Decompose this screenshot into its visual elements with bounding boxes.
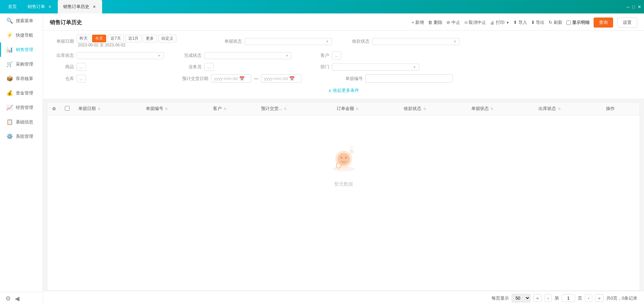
select-all-checkbox[interactable] <box>65 106 70 111</box>
date-btn-1month[interactable]: 近1月 <box>125 35 142 42</box>
complete-status-control[interactable]: ▼ <box>204 52 292 59</box>
display-detail-input[interactable] <box>566 21 571 25</box>
collapse-row[interactable]: ∧ 收起更多条件 <box>50 86 637 95</box>
tab-sales-order[interactable]: 销售订单 ✕ <box>22 0 58 13</box>
window-maximize[interactable]: □ <box>632 4 635 9</box>
order-no-control[interactable] <box>366 74 453 83</box>
sidebar-item-quick-nav[interactable]: ⚡ 快捷导航 <box>0 28 43 42</box>
col-date[interactable]: 单据日期 ⇅ <box>74 102 142 115</box>
tab-sales-order-history-close[interactable]: ✕ <box>91 4 97 9</box>
table-gear-icon[interactable]: ⚙ <box>52 106 56 111</box>
warehouse-control: ... <box>77 75 164 83</box>
col-customer[interactable]: 客户 ⇅ <box>209 102 257 115</box>
date-btn-more[interactable]: 更多 <box>143 35 157 42</box>
date-quick-buttons: 昨天 今天 近7天 近1月 更多 自定义 <box>77 35 176 42</box>
sidebar-item-operation-mgmt[interactable]: 📈 经营管理 <box>0 100 43 115</box>
new-button[interactable]: + 新增 <box>412 20 424 26</box>
import-button[interactable]: ⬆ 导入 <box>513 20 527 26</box>
cancel-stop-button[interactable]: ⊙ 取消中止 <box>464 20 486 26</box>
order-status-select[interactable]: ▼ <box>245 38 332 45</box>
filter-row-4: 仓库 ... 预计交货日期 yyyy-mm-dd 📅 — yyyy-mm-dd … <box>50 74 637 83</box>
date-btn-today[interactable]: 今天 <box>92 35 106 42</box>
tab-sales-order-close[interactable]: ✕ <box>47 4 52 9</box>
next-page-btn[interactable]: › <box>585 294 592 302</box>
tab-sales-order-history[interactable]: 销售订单历史 ✕ <box>58 0 102 13</box>
collection-status-select[interactable]: ▼ <box>372 38 460 45</box>
prev-page-btn[interactable]: ‹ <box>545 294 552 302</box>
purchase-mgmt-icon: 🛒 <box>6 61 13 67</box>
query-button[interactable]: 查询 <box>594 17 613 28</box>
sort-expected-icon: ⇅ <box>284 107 287 111</box>
stop-button[interactable]: ⊘ 中止 <box>446 20 460 26</box>
footer-pagination: 每页显示 50 10 20 100 « ‹ 第 页 › » 共0页，0条记录 <box>43 291 644 305</box>
delete-button[interactable]: 🗑 删除 <box>428 20 442 26</box>
collection-status-control[interactable]: ▼ <box>372 38 460 45</box>
per-page-label: 每页显示 <box>491 295 509 301</box>
customer-select-btn[interactable]: ... <box>332 51 341 60</box>
product-select-btn[interactable]: ... <box>77 63 86 71</box>
table-area: ⚙ 单据日期 ⇅ 单据编号 ⇅ <box>47 102 640 291</box>
sidebar-item-sales-mgmt[interactable]: 📊 销售管理 <box>0 42 43 57</box>
out-status-label: 出库状态 <box>50 52 77 59</box>
sidebar-item-purchase-mgmt[interactable]: 🛒 采购管理 <box>0 57 43 71</box>
salesperson-select-btn[interactable]: ... <box>204 63 214 71</box>
warehouse-select-btn[interactable]: ... <box>77 75 86 83</box>
sidebar-item-sys-mgmt[interactable]: ⚙️ 系统管理 <box>0 129 43 144</box>
date-filter-control: 昨天 今天 近7天 近1月 更多 自定义 2023-06-02 至 2023-0… <box>77 35 204 48</box>
col-collection-status[interactable]: 收款状态 ⇅ <box>400 102 467 115</box>
refresh-button[interactable]: ↻ 刷新 <box>549 20 562 26</box>
complete-status-arrow-icon: ▼ <box>285 54 289 58</box>
first-page-btn[interactable]: « <box>533 294 542 302</box>
complete-status-label: 完成状态 <box>177 52 204 59</box>
out-status-select[interactable]: ▼ <box>77 52 164 59</box>
table-settings-col: ⚙ <box>47 102 61 115</box>
col-out-status[interactable]: 出库状态 ⇅ <box>534 102 602 115</box>
per-page-select[interactable]: 50 10 20 100 <box>512 294 530 302</box>
print-icon: 🖨 <box>490 20 495 25</box>
window-controls: ─ □ ✕ <box>627 4 641 9</box>
department-select[interactable]: ▼ <box>332 64 419 71</box>
expected-date-end[interactable]: yyyy-mm-dd 📅 <box>261 74 301 83</box>
out-status-control[interactable]: ▼ <box>77 52 164 59</box>
complete-status-select[interactable]: ▼ <box>204 52 292 59</box>
content-area: 销售订单历史 + 新增 🗑 删除 ⊘ 中止 ⊙ 取消中止 🖨 打印 ▼ ⬆ 导入… <box>43 13 644 305</box>
page-input[interactable] <box>562 294 575 302</box>
col-expected-date[interactable]: 预计交货... ⇅ <box>257 102 333 115</box>
print-button[interactable]: 🖨 打印 ▼ <box>490 20 509 26</box>
col-order-status[interactable]: 单据状态 ⇅ <box>467 102 535 115</box>
filter-row-3: 商品 ... 业务员 ... 部门 ▼ <box>50 63 637 71</box>
customer-control: ... <box>332 51 419 60</box>
window-close[interactable]: ✕ <box>638 4 641 9</box>
sort-out-status-icon: ⇅ <box>558 107 561 111</box>
empty-text: 暂无数据 <box>334 181 353 187</box>
last-page-btn[interactable]: » <box>595 294 603 302</box>
expected-date-start[interactable]: yyyy-mm-dd 📅 <box>211 74 251 83</box>
department-control[interactable]: ▼ <box>332 64 419 71</box>
toolbar: + 新增 🗑 删除 ⊘ 中止 ⊙ 取消中止 🖨 打印 ▼ ⬆ 导入 ⬇ 导出 ↻… <box>412 17 637 28</box>
window-minimize[interactable]: ─ <box>627 4 630 9</box>
sidebar-item-inventory-check[interactable]: 📦 库存核算 <box>0 71 43 86</box>
date-btn-7days[interactable]: 近7天 <box>108 35 124 42</box>
collection-status-arrow-icon: ▼ <box>453 40 457 43</box>
setting-button[interactable]: 设置 <box>617 17 637 28</box>
page-title: 销售订单历史 <box>50 19 82 26</box>
filter-row-2: 出库状态 ▼ 完成状态 ▼ 客户 ... <box>50 51 637 60</box>
sidebar-settings-icon[interactable]: ⚙ <box>5 295 11 302</box>
sidebar-item-basic-info[interactable]: 📋 基础信息 <box>0 115 43 129</box>
tab-home[interactable]: 首页 <box>3 0 22 13</box>
calendar-end-icon: 📅 <box>289 76 295 81</box>
order-no-input[interactable] <box>366 74 453 83</box>
col-operation: 操作 <box>602 102 640 115</box>
order-status-control[interactable]: ▼ <box>245 38 332 45</box>
date-btn-yesterday[interactable]: 昨天 <box>77 35 91 42</box>
date-btn-custom[interactable]: 自定义 <box>158 35 176 42</box>
sidebar-item-capital-mgmt[interactable]: 💰 资金管理 <box>0 86 43 100</box>
col-no[interactable]: 单据编号 ⇅ <box>142 102 209 115</box>
display-detail-checkbox[interactable]: 显示明细 <box>566 20 590 26</box>
col-amount[interactable]: 订单金额 ⇅ <box>333 102 400 115</box>
sidebar-collapse-icon[interactable]: ◀ <box>15 295 19 302</box>
expected-date-control: yyyy-mm-dd 📅 — yyyy-mm-dd 📅 <box>211 74 325 83</box>
sidebar-item-search-menu[interactable]: 🔍 搜索菜单 <box>0 13 43 28</box>
export-button[interactable]: ⬇ 导出 <box>531 20 545 26</box>
sales-mgmt-icon: 📊 <box>6 46 13 53</box>
